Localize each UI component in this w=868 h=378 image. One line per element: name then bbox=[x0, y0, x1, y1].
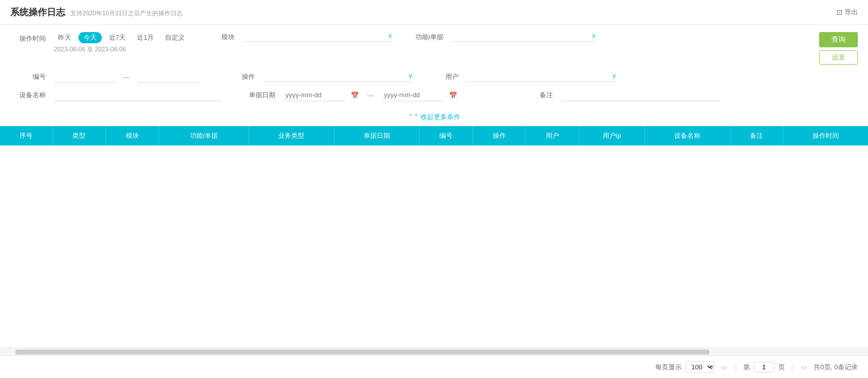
time-range: 2023-06-06 至 2023-06-06 bbox=[54, 45, 189, 54]
settings-button[interactable]: 设置 bbox=[819, 50, 858, 65]
page-unit: 页 bbox=[778, 363, 785, 372]
device-input[interactable] bbox=[54, 89, 222, 101]
col-op-time: 操作时间 bbox=[783, 126, 868, 146]
header-left: 系统操作日志 支持2020年10月31日之后产生的操作日志 bbox=[10, 6, 183, 18]
time-buttons: 昨天 今天 近7天 近1月 自定义 bbox=[54, 32, 189, 43]
col-function: 功能/单据 bbox=[159, 126, 248, 146]
page-total: 共0页, 0条记录 bbox=[814, 363, 858, 372]
action-buttons: 查询 设置 bbox=[819, 32, 858, 65]
date-end-input[interactable] bbox=[382, 89, 443, 101]
collapse-chevron-icon: ⌃⌃ bbox=[408, 113, 419, 121]
operation-label: 操作 bbox=[219, 72, 255, 81]
number-dash: — bbox=[123, 73, 130, 81]
number-label: 编号 bbox=[10, 72, 46, 81]
function-chevron-icon: ∨ bbox=[592, 32, 596, 39]
operation-select[interactable]: ∨ bbox=[263, 72, 413, 82]
user-select[interactable]: ∨ bbox=[467, 72, 617, 82]
module-label: 模块 bbox=[199, 33, 235, 42]
col-device: 设备名称 bbox=[645, 126, 730, 146]
collapse-label: 收起更多条件 bbox=[421, 113, 460, 121]
calendar-start-icon[interactable]: 📅 bbox=[351, 92, 359, 99]
time-btn-today[interactable]: 今天 bbox=[78, 32, 102, 43]
col-biz-type: 业务类型 bbox=[249, 126, 334, 146]
date-dash: — bbox=[367, 92, 374, 99]
last-page-button[interactable]: ⊳ bbox=[799, 362, 809, 372]
function-select[interactable]: ∨ bbox=[452, 32, 596, 42]
col-doc-date: 单据日期 bbox=[334, 126, 419, 146]
export-label: 导出 bbox=[845, 8, 858, 17]
time-btn-1month[interactable]: 近1月 bbox=[133, 32, 158, 43]
collapse-bar[interactable]: ⌃⌃ 收起更多条件 bbox=[0, 108, 868, 126]
remark-label: 备注 bbox=[517, 91, 553, 100]
page-wrapper: 系统操作日志 支持2020年10月31日之后产生的操作日志 ⊡ 导出 操作时间 … bbox=[0, 0, 868, 378]
table-wrapper: 序号 类型 模块 功能/单据 业务类型 单据日期 编号 操作 用户 用户ip 设… bbox=[0, 126, 868, 347]
first-page-button[interactable]: ⊲ bbox=[718, 362, 729, 372]
query-button[interactable]: 查询 bbox=[819, 32, 858, 47]
pagination: 每页显示 50 100 200 ∨ ⊲ ‹ 第 页 › ⊳ 共0页, 0条记录 bbox=[0, 356, 868, 378]
data-table: 序号 类型 模块 功能/单据 业务类型 单据日期 编号 操作 用户 用户ip 设… bbox=[0, 126, 868, 146]
table-header-row: 序号 类型 模块 功能/单据 业务类型 单据日期 编号 操作 用户 用户ip 设… bbox=[0, 126, 868, 146]
operation-chevron-icon: ∨ bbox=[408, 72, 413, 79]
col-user-ip: 用户ip bbox=[579, 126, 645, 146]
current-page-input[interactable] bbox=[754, 362, 774, 372]
prev-page-button[interactable]: ‹ bbox=[733, 362, 739, 372]
per-page-select[interactable]: 50 100 200 bbox=[686, 361, 714, 373]
date-start-input[interactable] bbox=[284, 89, 345, 101]
export-icon: ⊡ bbox=[836, 8, 843, 16]
number-input-start[interactable] bbox=[54, 71, 115, 83]
time-btn-7days[interactable]: 近7天 bbox=[105, 32, 130, 43]
time-btn-yesterday[interactable]: 昨天 bbox=[54, 32, 75, 43]
page-label: 第 bbox=[743, 363, 750, 372]
time-label: 操作时间 bbox=[10, 34, 46, 43]
device-label: 设备名称 bbox=[10, 91, 46, 100]
number-input-end[interactable] bbox=[138, 71, 199, 83]
function-label: 功能/单据 bbox=[403, 33, 443, 42]
page-header: 系统操作日志 支持2020年10月31日之后产生的操作日志 ⊡ 导出 bbox=[0, 0, 868, 25]
table-header: 序号 类型 模块 功能/单据 业务类型 单据日期 编号 操作 用户 用户ip 设… bbox=[0, 126, 868, 146]
time-group: 昨天 今天 近7天 近1月 自定义 2023-06-06 至 2023-06-0… bbox=[54, 32, 189, 54]
user-label: 用户 bbox=[423, 72, 459, 81]
module-chevron-icon: ∨ bbox=[388, 32, 393, 39]
filter-section: 操作时间 昨天 今天 近7天 近1月 自定义 2023-06-06 至 2023… bbox=[0, 25, 868, 126]
col-user: 用户 bbox=[526, 126, 579, 146]
scrollbar-thumb bbox=[15, 350, 710, 355]
user-chevron-icon: ∨ bbox=[612, 72, 617, 79]
module-select[interactable]: ∨ bbox=[243, 32, 393, 42]
page-title: 系统操作日志 bbox=[10, 6, 65, 18]
page-subtitle: 支持2020年10月31日之后产生的操作日志 bbox=[70, 9, 183, 18]
calendar-end-icon[interactable]: 📅 bbox=[449, 92, 457, 99]
horizontal-scrollbar[interactable] bbox=[0, 347, 868, 356]
remark-input[interactable] bbox=[561, 89, 721, 101]
col-number: 编号 bbox=[419, 126, 472, 146]
col-seq: 序号 bbox=[0, 126, 52, 146]
time-btn-custom[interactable]: 自定义 bbox=[161, 32, 189, 43]
col-operation: 操作 bbox=[472, 126, 525, 146]
col-remark: 备注 bbox=[730, 126, 783, 146]
date-label: 单据日期 bbox=[242, 91, 275, 100]
export-button[interactable]: ⊡ 导出 bbox=[836, 8, 858, 17]
next-page-button[interactable]: › bbox=[789, 362, 796, 372]
per-page-label: 每页显示 bbox=[655, 363, 682, 372]
col-module: 模块 bbox=[106, 126, 159, 146]
col-type: 类型 bbox=[52, 126, 105, 146]
